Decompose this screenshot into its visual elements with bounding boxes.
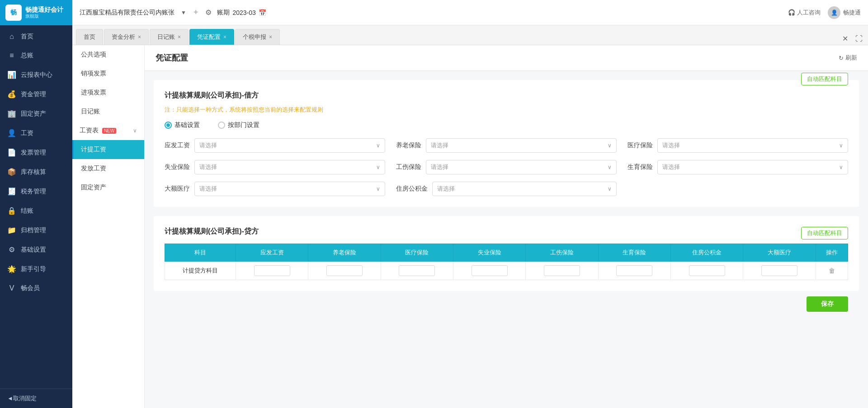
tab-home[interactable]: 首页 bbox=[76, 29, 103, 45]
select-ylbx[interactable]: 请选择 ∨ bbox=[426, 138, 617, 153]
menu-salary-table[interactable]: 工资表 NEW ∨ bbox=[72, 121, 144, 140]
close-window-button[interactable]: ✕ bbox=[840, 33, 850, 45]
refresh-button[interactable]: ↻ 刷新 bbox=[839, 54, 857, 62]
radio-department[interactable]: 按部门设置 bbox=[218, 121, 259, 129]
input-yfgz[interactable] bbox=[254, 265, 290, 276]
tab-fund-analysis[interactable]: 资金分析 × bbox=[104, 29, 149, 45]
sidebar-item-salary[interactable]: 👤 工资 bbox=[0, 123, 72, 143]
menu-journal[interactable]: 日记账 bbox=[72, 102, 144, 121]
ledger-icon: ≡ bbox=[7, 52, 16, 60]
sidebar-item-archive[interactable]: 📁 归档管理 bbox=[0, 220, 72, 240]
menu-purchase-invoice[interactable]: 进项发票 bbox=[72, 83, 144, 102]
sidebar-item-cloud-reports[interactable]: 📊 云报表中心 bbox=[0, 65, 72, 84]
sidebar-item-fund-management[interactable]: 💰 资金管理 bbox=[0, 84, 72, 104]
cell-gsbx bbox=[526, 262, 598, 280]
maximize-button[interactable]: ⛶ bbox=[854, 33, 864, 45]
th-gsbx: 工伤保险 bbox=[526, 244, 598, 262]
period-value: 2023-03 bbox=[232, 9, 255, 16]
sidebar-label-vip: 畅会员 bbox=[21, 284, 40, 292]
avatar: 👤 bbox=[828, 6, 840, 19]
form-item-ylbx: 养老保险 请选择 ∨ bbox=[396, 138, 617, 153]
sidebar-item-beginner[interactable]: 🌟 新手引导 bbox=[0, 259, 72, 279]
sidebar-label-archive: 归档管理 bbox=[21, 226, 46, 234]
select-gsbx[interactable]: 请选择 ∨ bbox=[426, 160, 617, 174]
tab-voucher-config[interactable]: 凭证配置 × bbox=[189, 29, 234, 45]
sidebar: 畅 畅捷通好会计 旗舰版 ⌂ 首页 ≡ 总账 📊 云报表中心 💰 资金管理 🏢 … bbox=[0, 0, 72, 408]
input-ylbx[interactable] bbox=[326, 265, 363, 276]
select-dely-placeholder: 请选择 bbox=[199, 185, 217, 193]
tab-tax-label: 个税申报 bbox=[243, 33, 266, 41]
debit-auto-match-button[interactable]: 自动匹配科目 bbox=[801, 73, 848, 85]
label-ylbx2: 医疗保险 bbox=[627, 141, 653, 150]
service-button[interactable]: 🎧 人工咨询 bbox=[788, 9, 821, 17]
add-company-button[interactable]: + bbox=[192, 8, 200, 17]
select-yfgz[interactable]: 请选择 ∨ bbox=[194, 138, 385, 153]
calendar-icon[interactable]: 📅 bbox=[259, 9, 266, 16]
page-title: 凭证配置 bbox=[156, 52, 188, 63]
sidebar-item-basic-settings[interactable]: ⚙ 基础设置 bbox=[0, 240, 72, 259]
input-sybx[interactable] bbox=[472, 265, 508, 276]
select-sybx2[interactable]: 请选择 ∨ bbox=[657, 160, 848, 174]
save-button[interactable]: 保存 bbox=[807, 296, 848, 312]
tab-journal-close-icon[interactable]: × bbox=[178, 34, 181, 40]
content-wrapper: 公共选项 销项发票 进项发票 日记账 工资表 NEW ∨ 计提工资 bbox=[72, 45, 868, 408]
label-gsbx: 工伤保险 bbox=[396, 163, 421, 171]
select-zfgjj-placeholder: 请选择 bbox=[437, 185, 455, 193]
select-zfgjj-arrow: ∨ bbox=[608, 186, 612, 192]
delete-row-button[interactable]: 🗑 bbox=[829, 267, 835, 274]
sidebar-label-salary: 工资 bbox=[21, 129, 33, 137]
tab-journal[interactable]: 日记账 × bbox=[150, 29, 189, 45]
new-badge: NEW bbox=[102, 128, 116, 134]
sidebar-label-inventory: 库存核算 bbox=[21, 168, 46, 176]
select-yfgz-arrow: ∨ bbox=[376, 142, 380, 149]
sidebar-item-fixed-assets[interactable]: 🏢 固定资产 bbox=[0, 104, 72, 123]
input-ylbx2[interactable] bbox=[399, 265, 435, 276]
form-item-gsbx: 工伤保险 请选择 ∨ bbox=[396, 160, 617, 174]
sidebar-item-invoice[interactable]: 📄 发票管理 bbox=[0, 143, 72, 162]
sidebar-item-closing[interactable]: 🔒 结账 bbox=[0, 201, 72, 220]
menu-calculate-salary[interactable]: 计提工资 bbox=[72, 140, 144, 159]
menu-sales-invoice[interactable]: 销项发票 bbox=[72, 64, 144, 83]
tab-tax-close-icon[interactable]: × bbox=[269, 34, 272, 40]
debit-section-note: 注：只能选择一种方式，系统将按照您当前的选择来配置规则 bbox=[165, 106, 848, 114]
cancel-fixed-button[interactable]: ◄取消固定 bbox=[0, 389, 72, 408]
form-item-ylbx2: 医疗保险 请选择 ∨ bbox=[627, 138, 848, 153]
sidebar-item-general-ledger[interactable]: ≡ 总账 bbox=[0, 46, 72, 65]
menu-public[interactable]: 公共选项 bbox=[72, 45, 144, 64]
radio-basic[interactable]: 基础设置 bbox=[165, 121, 200, 129]
cancel-fixed-label: ◄取消固定 bbox=[7, 394, 37, 403]
sidebar-item-tax[interactable]: 🧾 税务管理 bbox=[0, 182, 72, 201]
menu-fixed-assets[interactable]: 固定资产 bbox=[72, 178, 144, 197]
menu-pay-salary[interactable]: 发放工资 bbox=[72, 159, 144, 178]
input-zfgjj[interactable] bbox=[689, 265, 725, 276]
input-dely[interactable] bbox=[761, 265, 797, 276]
select-ylbx2[interactable]: 请选择 ∨ bbox=[657, 138, 848, 153]
input-gsbx[interactable] bbox=[544, 265, 580, 276]
select-sybx[interactable]: 请选择 ∨ bbox=[194, 160, 385, 174]
settings-button[interactable]: ⚙ bbox=[205, 8, 212, 17]
select-dely[interactable]: 请选择 ∨ bbox=[194, 182, 385, 196]
select-zfgjj[interactable]: 请选择 ∨ bbox=[432, 182, 617, 196]
select-ylbx-placeholder: 请选择 bbox=[431, 141, 448, 150]
invoice-icon: 📄 bbox=[7, 148, 16, 157]
radio-basic-dot bbox=[166, 123, 170, 127]
tab-voucher-close-icon[interactable]: × bbox=[223, 34, 226, 40]
select-ylbx2-arrow: ∨ bbox=[839, 142, 843, 149]
user-menu[interactable]: 👤 畅捷通 bbox=[828, 6, 861, 19]
th-subject: 科目 bbox=[165, 244, 236, 262]
th-zfgjj: 住房公积金 bbox=[671, 244, 743, 262]
sidebar-item-vip[interactable]: V 畅会员 bbox=[0, 279, 72, 298]
sidebar-item-home[interactable]: ⌂ 首页 bbox=[0, 27, 72, 46]
input-sybx2[interactable] bbox=[616, 265, 652, 276]
label-zfgjj: 住房公积金 bbox=[396, 185, 428, 193]
select-sybx-placeholder: 请选择 bbox=[199, 163, 217, 171]
tab-fund-close-icon[interactable]: × bbox=[138, 34, 141, 40]
credit-auto-match-button[interactable]: 自动匹配科目 bbox=[801, 227, 848, 239]
sidebar-item-inventory[interactable]: 📦 库存核算 bbox=[0, 162, 72, 182]
th-dely: 大额医疗 bbox=[743, 244, 816, 262]
form-item-sybx: 失业保险 请选择 ∨ bbox=[165, 160, 385, 174]
username-label: 畅捷通 bbox=[843, 9, 861, 17]
credit-section: 计提核算规则(公司承担)-贷方 自动匹配科目 科目 应发工资 养老保险 医疗保险… bbox=[154, 216, 859, 291]
tab-tax-report[interactable]: 个税申报 × bbox=[235, 29, 280, 45]
company-dropdown-icon[interactable]: ▼ bbox=[181, 9, 186, 16]
